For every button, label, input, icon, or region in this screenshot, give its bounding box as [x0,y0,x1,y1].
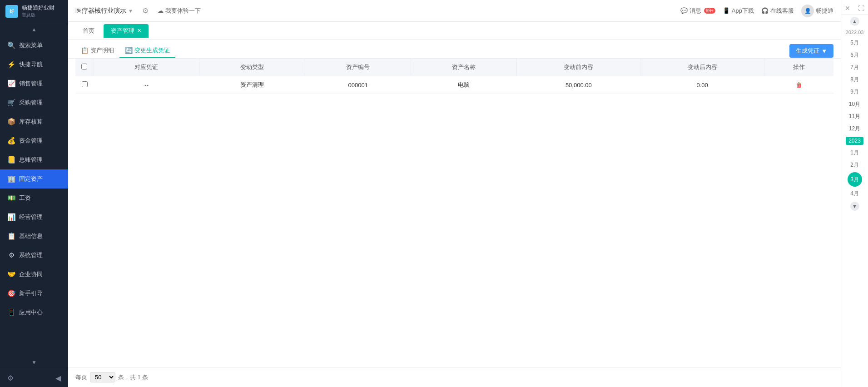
sub-tab-bar: 📋 资产明细 🔄 变更生成凭证 生成凭证 ▼ [68,40,841,59]
sidebar-footer: ⚙ ◀ [0,369,68,387]
row-select-checkbox[interactable] [82,81,88,87]
sidebar-item-label-funds: 资金管理 [19,137,43,145]
generate-dropdown-icon: ▼ [821,48,827,55]
per-page-select[interactable]: 102050100 [90,372,115,382]
collapse-icon[interactable]: ◀ [55,374,61,382]
month-12月[interactable]: 12月 [841,123,868,135]
sidebar-item-search[interactable]: 🔍 搜索菜单 [0,36,68,55]
tab-label-0: 首页 [83,27,94,35]
sidebar-item-operations[interactable]: 📊 经营管理 [0,208,68,227]
sub-tab-icon-1: 🔄 [125,47,133,54]
basic-info-icon: 📋 [7,232,15,240]
user-name: 畅捷通 [816,7,833,15]
company-dropdown-arrow: ▼ [128,8,133,14]
assets-table: 对应凭证变动类型资产编号资产名称变动前内容变动后内容操作 --资产清理00000… [75,59,833,94]
operations-icon: 📊 [7,213,15,221]
sub-tab-0[interactable]: 📋 资产明细 [75,44,119,58]
table-column-6: 操作 [764,59,833,76]
sidebar-item-label-quick-nav: 快捷导航 [19,60,43,69]
right-panel-header: ✕ ⛶ [841,2,868,15]
before-content-cell: 50,000.00 [517,76,640,94]
inventory-icon: 📦 [7,118,15,126]
month-7月[interactable]: 7月 [841,61,868,74]
customer-service-button[interactable]: 🎧 在线客服 [761,7,794,15]
sidebar-item-sales[interactable]: 📈 销售管理 [0,74,68,93]
content-area: 📋 资产明细 🔄 变更生成凭证 生成凭证 ▼ 对应凭证变动类型资产编号资产名称变… [68,40,841,387]
timeline-down-arrow[interactable]: ▼ [850,202,859,211]
sidebar-item-system[interactable]: ⚙ 系统管理 [0,246,68,265]
sidebar-item-label-operations: 经营管理 [19,213,43,221]
header-settings-icon[interactable]: ⚙ [142,6,149,15]
year-2022-label: 2022.03 [846,28,864,37]
user-profile[interactable]: 👤 畅捷通 [801,5,833,17]
company-name: 医疗器械行业演示 [75,7,126,15]
row-checkbox [75,76,94,94]
voucher-cell: -- [94,76,199,94]
sidebar-item-fixed-assets[interactable]: 🏢 固定资产 [0,169,68,189]
guide-icon: 🎯 [7,289,15,298]
per-page-label: 每页 [75,373,87,382]
settings-icon[interactable]: ⚙ [7,374,14,382]
total-text: 条，共 1 条 [118,373,148,382]
notification-button[interactable]: 💬 消息 99+ [680,7,715,15]
sidebar-item-label-search: 搜索菜单 [19,41,43,50]
table-column-0: 对应凭证 [94,59,199,76]
right-panel-expand-button[interactable]: ⛶ [858,5,864,12]
sidebar-item-label-salary: 工资 [19,194,31,202]
system-icon: ⚙ [7,251,15,259]
sidebar-scroll-up[interactable]: ▲ [0,25,68,35]
sidebar-item-label-guide: 新手引导 [19,289,43,298]
sidebar-item-guide[interactable]: 🎯 新手引导 [0,284,68,303]
feedback-label: 我要体验一下 [165,7,201,15]
sidebar-item-purchase[interactable]: 🛒 采购管理 [0,93,68,112]
month-8月[interactable]: 8月 [841,74,868,86]
sidebar-item-app-center[interactable]: 📱 应用中心 [0,303,68,322]
select-all-checkbox[interactable] [81,64,87,69]
feedback-button[interactable]: ☁ 我要体验一下 [158,7,201,15]
sidebar-scroll-down[interactable]: ▼ [0,357,68,367]
tab-首页[interactable]: 首页 [75,24,102,38]
timeline-up-arrow[interactable]: ▲ [850,17,859,26]
month-2023-1月[interactable]: 1月 [841,147,868,159]
month-5月[interactable]: 5月 [841,37,868,49]
generate-voucher-button[interactable]: 生成凭证 ▼ [789,44,833,58]
logo-icon: 好 [5,5,18,18]
sidebar-item-label-sales: 销售管理 [19,79,43,88]
delete-button[interactable]: 🗑 [796,81,802,89]
sidebar-item-label-fixed-assets: 固定资产 [19,175,43,183]
header-left: 医疗器械行业演示 ▼ ⚙ ☁ 我要体验一下 [75,6,680,15]
sidebar-item-salary[interactable]: 💵 工资 [0,189,68,208]
sidebar-item-label-basic-info: 基础信息 [19,232,43,240]
app-download-label: App下载 [732,7,754,15]
sidebar-item-ledger[interactable]: 📒 总账管理 [0,150,68,169]
month-2023-3月[interactable]: 3月 [848,172,862,187]
sidebar-item-inventory[interactable]: 📦 库存核算 [0,112,68,131]
ledger-icon: 📒 [7,156,15,164]
tab-close-1[interactable]: ✕ [137,28,141,34]
company-selector[interactable]: 医疗器械行业演示 ▼ [75,7,133,15]
month-10月[interactable]: 10月 [841,98,868,110]
month-2023-4月[interactable]: 4月 [841,188,868,200]
right-panel-close-button[interactable]: ✕ [845,5,850,12]
sidebar-item-quick-nav[interactable]: ⚡ 快捷导航 [0,55,68,74]
sidebar-item-basic-info[interactable]: 📋 基础信息 [0,227,68,246]
fixed-assets-icon: 🏢 [7,175,15,183]
sub-tab-icon-0: 📋 [81,47,89,54]
sidebar-logo: 好 畅捷通好业财 普及版 [0,0,68,23]
asset-name-cell: 电脑 [411,76,517,94]
header-right: 💬 消息 99+ 📱 App下载 🎧 在线客服 👤 畅捷通 [680,5,833,17]
year-2023-tag[interactable]: 2023 [846,137,863,145]
app-download-button[interactable]: 📱 App下载 [723,7,754,15]
sub-tab-label-0: 资产明细 [90,46,114,55]
sidebar-item-funds[interactable]: 💰 资金管理 [0,131,68,150]
app-center-icon: 📱 [7,308,15,317]
month-6月[interactable]: 6月 [841,49,868,61]
table-column-1: 变动类型 [199,59,305,76]
month-9月[interactable]: 9月 [841,86,868,98]
change-type-cell: 资产清理 [199,76,305,94]
tab-资产管理[interactable]: 资产管理✕ [104,24,149,38]
month-2023-2月[interactable]: 2月 [841,159,868,171]
sub-tab-1[interactable]: 🔄 变更生成凭证 [119,44,175,58]
sidebar-item-cooperation[interactable]: 🤝 企业协同 [0,265,68,284]
month-11月[interactable]: 11月 [841,110,868,123]
